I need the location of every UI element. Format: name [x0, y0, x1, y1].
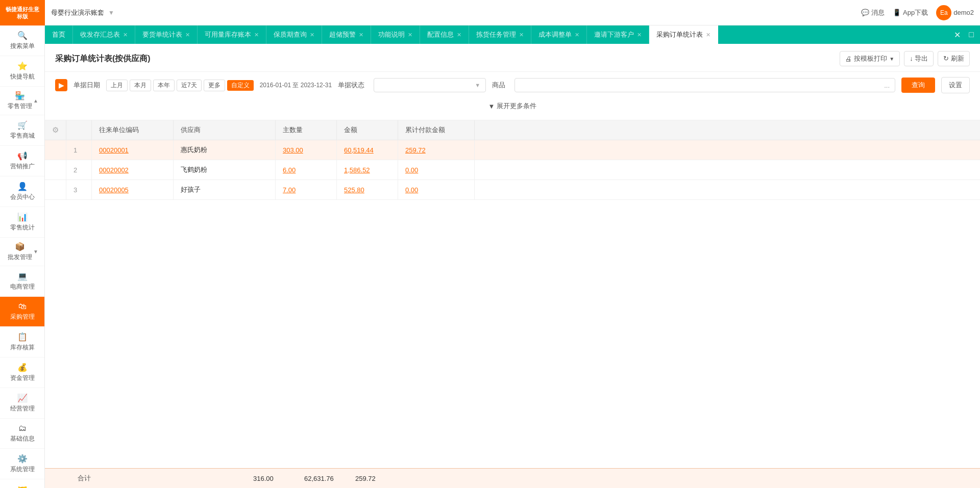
filter-area: ▶ 单据日期 上月 本月 本年 近7天 更多 自定义 2016-01-01 至 … [45, 72, 980, 120]
tab-close-peizhi[interactable]: ✕ [457, 32, 461, 38]
sidebar-item-retail[interactable]: 🏪 零售管理 ▲ [0, 87, 44, 115]
row2-extra [475, 160, 981, 180]
sidebar-item-members[interactable]: 👤 会员中心 [0, 176, 44, 207]
date-this-year-btn[interactable]: 本年 [153, 80, 175, 91]
date-7days-btn[interactable]: 近7天 [177, 80, 202, 91]
org-dropdown-icon[interactable]: ▼ [108, 9, 114, 16]
date-range-display: 2016-01-01 至 2023-12-31 [260, 81, 332, 90]
search-icon: 🔍 [17, 31, 28, 40]
inventory-icon: 📋 [17, 332, 28, 342]
refresh-icon: ↻ [943, 55, 949, 62]
page-title: 采购订单统计表(按供应商) [55, 54, 151, 64]
setting-btn[interactable]: 设置 [941, 77, 970, 93]
status-filter-label: 单据状态 [338, 81, 364, 90]
sidebar-item-retailstat[interactable]: 📊 零售统计 [0, 207, 44, 238]
row2-settings [45, 160, 66, 180]
table-area: ⚙ 往来单位编码 供应商 主数量 金额 累计付款金额 1 [45, 120, 980, 468]
page-content: 采购订单统计表(按供应商) 🖨 按模板打印 ▼ ↓ 导出 ↻ 刷新 [45, 44, 980, 488]
tab-close-keyongliang[interactable]: ✕ [254, 32, 259, 38]
export-icon: ↓ [910, 55, 913, 62]
refresh-btn[interactable]: ↻ 刷新 [938, 51, 970, 66]
col-extra-header [475, 120, 981, 140]
tab-close-yaoqingxiayou[interactable]: ✕ [637, 32, 642, 38]
row3-supplier: 好孩子 [174, 180, 276, 200]
tab-chengbentiaoji[interactable]: 成本调整单 ✕ [531, 25, 587, 44]
shop-icon: 🛒 [17, 120, 28, 130]
tab-close-baogiqicha[interactable]: ✕ [310, 32, 314, 38]
tab-close-chengbentiaoji[interactable]: ✕ [575, 32, 579, 38]
tab-baogiqicha[interactable]: 保质期查询 ✕ [266, 25, 322, 44]
sidebar-item-search[interactable]: 🔍 搜索菜单 [0, 25, 44, 56]
goods-input[interactable]: ... [514, 78, 895, 92]
app-download-btn[interactable]: 📱 App下载 [893, 8, 928, 17]
goods-ellipsis-btn[interactable]: ... [884, 82, 890, 89]
sidebar-item-business[interactable]: 📈 经营管理 [0, 388, 44, 419]
table-row: 1 00020001 惠氏奶粉 303.00 60,519.44 259.72 [45, 140, 980, 160]
sidebar-item-retailshop[interactable]: 🛒 零售商城 [0, 115, 44, 146]
finance-icon: 💰 [17, 363, 28, 372]
tab-close-caigoutongji[interactable]: ✕ [706, 32, 710, 38]
sidebar-logo: 畅捷通好生意 标版 [0, 0, 45, 25]
tab-close-shoufahuizong[interactable]: ✕ [123, 32, 128, 38]
tab-gongneng[interactable]: 功能说明 ✕ [371, 25, 420, 44]
template-print-btn[interactable]: 🖨 按模板打印 ▼ [840, 51, 900, 66]
goods-input-value [520, 81, 527, 90]
tabbar-maximize-btn[interactable]: □ [967, 30, 976, 39]
retail-icon: 🏪 [15, 91, 25, 100]
tab-close-chaochuyujing[interactable]: ✕ [359, 32, 363, 38]
basic-icon: 🗂 [18, 424, 27, 433]
system-icon: ⚙️ [17, 454, 28, 464]
sidebar-item-ecommerce[interactable]: 💻 电商管理 [0, 266, 44, 297]
column-settings-icon[interactable]: ⚙ [52, 125, 59, 134]
col-code-header: 往来单位编码 [92, 120, 174, 140]
tab-yaohuodantongji[interactable]: 要货单统计表 ✕ [135, 25, 198, 44]
date-last-month-btn[interactable]: 上月 [106, 80, 128, 91]
tab-chaochuyujing[interactable]: 超储预警 ✕ [322, 25, 371, 44]
custom-tag: 自定义 [227, 80, 254, 91]
tab-peizhi[interactable]: 配置信息 ✕ [420, 25, 469, 44]
tab-keyongliang[interactable]: 可用量库存账本 ✕ [198, 25, 266, 44]
filter-collapse-btn[interactable]: ▶ [55, 79, 67, 91]
sidebar-item-finance[interactable]: 💰 资金管理 [0, 357, 44, 388]
col-paid-header: 累计付款金额 [398, 120, 475, 140]
tabbar-close-btn[interactable]: ✕ [952, 30, 963, 40]
sidebar-item-inventory[interactable]: 📋 库存核算 [0, 327, 44, 357]
tab-zhihuorenwu[interactable]: 拣货任务管理 ✕ [469, 25, 531, 44]
query-btn[interactable]: 查询 [901, 78, 935, 93]
sidebar-item-enterprise[interactable]: 🤝 企业协同 [0, 479, 44, 488]
sidebar-item-basic[interactable]: 🗂 基础信息 [0, 419, 44, 449]
logo-text: 畅捷通好生意 标版 [6, 6, 39, 20]
tabbar-actions: ✕ □ [948, 30, 980, 40]
user-menu[interactable]: Ea demo2 [936, 5, 974, 20]
row1-extra [475, 140, 981, 160]
expand-more-btn[interactable]: ▼ 展开更多条件 [484, 99, 541, 113]
tab-caigoutongji[interactable]: 采购订单统计表 ✕ [649, 25, 718, 44]
export-btn[interactable]: ↓ 导出 [904, 51, 934, 66]
sidebar-item-quicknav[interactable]: ⭐ 快捷导航 [0, 56, 44, 87]
tab-close-yaohuodantongji[interactable]: ✕ [185, 32, 190, 38]
tab-shoufahuizong[interactable]: 收发存汇总表 ✕ [73, 25, 135, 44]
sidebar-item-wholesale[interactable]: 📦 批发管理 ▼ [0, 238, 44, 266]
tab-yaoqingxiayou[interactable]: 邀请下游客户 ✕ [587, 25, 649, 44]
sidebar-item-purchase[interactable]: 🛍 采购管理 [0, 297, 44, 327]
message-btn[interactable]: 💬 消息 [861, 8, 885, 17]
print-dropdown-icon: ▼ [889, 56, 894, 62]
goods-filter-label: 商品 [492, 81, 505, 90]
org-selector[interactable]: 母婴行业演示账套 [51, 8, 104, 17]
row1-code: 00020001 [92, 140, 174, 160]
status-select[interactable]: ▼ [374, 78, 486, 92]
col-qty-header: 主数量 [276, 120, 337, 140]
stat-icon: 📊 [17, 212, 28, 222]
date-this-month-btn[interactable]: 本月 [130, 80, 151, 91]
main-area: 母婴行业演示账套 ▼ 💬 消息 📱 App下载 Ea demo2 首页 [45, 0, 980, 488]
date-more-btn[interactable]: 更多 [204, 80, 225, 91]
row1-supplier: 惠氏奶粉 [174, 140, 276, 160]
col-num-header [66, 120, 92, 140]
tabbar: 首页 收发存汇总表 ✕ 要货单统计表 ✕ 可用量库存账本 ✕ 保质期查询 ✕ 超… [45, 25, 980, 44]
tab-close-zhihuorenwu[interactable]: ✕ [519, 32, 524, 38]
sidebar-item-marketing[interactable]: 📢 营销推广 [0, 146, 44, 176]
tab-close-gongneng[interactable]: ✕ [408, 32, 412, 38]
sidebar-item-system[interactable]: ⚙️ 系统管理 [0, 449, 44, 479]
row1-amount: 60,519.44 [337, 140, 398, 160]
tab-home[interactable]: 首页 [45, 25, 73, 44]
